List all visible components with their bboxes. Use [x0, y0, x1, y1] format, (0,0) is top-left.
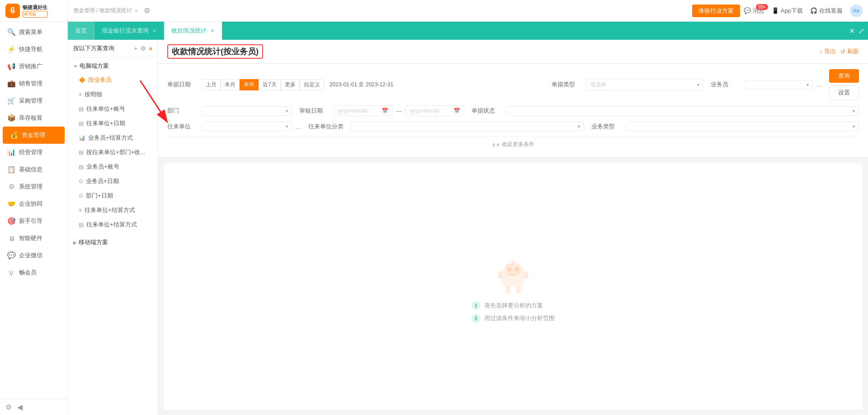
refresh-btn[interactable]: ↺ 刷新 — [840, 47, 859, 56]
business-type-select[interactable]: ▾ — [626, 122, 859, 131]
date-tab-more[interactable]: 更多 — [281, 79, 300, 90]
sidebar-settings-btn[interactable]: ⚙ — [5, 403, 12, 411]
date-tab-7days[interactable]: 近7天 — [259, 79, 281, 90]
scheme-item-unit-settlement1[interactable]: ≡ 往来单位+结算方式 — [68, 203, 158, 217]
date-tab-this-month[interactable]: 本月 — [221, 79, 240, 90]
user-avatar: Rit — [850, 5, 863, 17]
scheme-item-by-detail[interactable]: ≡ 按明细 — [68, 87, 158, 102]
review-date-start[interactable]: yyyy-mm-dd 📅 — [334, 105, 392, 116]
date-label: 单据日期 — [167, 80, 194, 89]
topbar-right: 💬 消息 99+ 📱 App下载 🎧 在线客服 Rit — [744, 5, 863, 17]
logo-text-area: 畅捷通好生 标准版 — [23, 4, 47, 18]
date-tab-this-year[interactable]: 本年 — [240, 79, 259, 90]
tab-collection-stats-close[interactable]: ✕ — [210, 28, 214, 34]
sidebar-item-system[interactable]: ⚙ 系统管理 — [0, 178, 67, 195]
topbar-gear-icon[interactable]: ⚙ — [144, 6, 150, 15]
app-download-btn[interactable]: 📱 App下载 — [772, 7, 803, 15]
sidebar-item-smart-hw[interactable]: 🖥 智能硬件 — [0, 230, 67, 247]
sidebar-item-finance[interactable]: 💰 资金管理 — [3, 127, 65, 144]
tab-bank-flow-close[interactable]: ✕ — [152, 28, 156, 34]
salesman-select[interactable]: ▾ — [745, 80, 813, 90]
logo-icon: 6 — [5, 4, 20, 18]
messages-btn[interactable]: 💬 消息 99+ — [744, 7, 764, 15]
collapse-bar[interactable]: ∧∧ 收起更多条件 — [167, 137, 859, 152]
tab-close-all-icon[interactable]: ✕ — [849, 27, 855, 35]
review-date-label: 审核日期 — [299, 107, 326, 115]
breadcrumb-expand-icon[interactable]: ▾ — [135, 8, 137, 14]
tabbar-right: ✕ ⤢ — [849, 27, 868, 35]
scheme-item-salesman-date[interactable]: ⊙ 业务员+日期 — [68, 174, 158, 189]
sidebar: 6 畅捷通好生 标准版 🔍 搜索菜单 ⚡ 快捷导航 📢 营销推广 💼 销售 — [0, 0, 68, 415]
refresh-icon: ↺ — [840, 48, 845, 55]
counterpart-control: ▾ ... — [202, 122, 301, 131]
sidebar-item-enterprise[interactable]: 🤝 企业协同 — [0, 195, 67, 212]
trial-btn[interactable]: 体验行业方案 — [692, 5, 740, 17]
sidebar-item-search-menu[interactable]: 🔍 搜索菜单 — [0, 24, 67, 41]
counterpart-more-btn[interactable]: ... — [296, 123, 301, 130]
scheme-item-orange-icon: 🔶 — [79, 77, 85, 83]
scheme-section-desktop-header[interactable]: ▼ 电脑端方案 — [68, 59, 158, 73]
search-menu-icon: 🔍 — [7, 28, 15, 36]
scheme-item-unit-settlement2[interactable]: ▤ 往来单位+结算方式 — [68, 217, 158, 232]
scheme-settings-btn[interactable]: ⚙ — [140, 45, 146, 52]
sidebar-item-member[interactable]: V 畅会员 — [0, 264, 67, 281]
tab-expand-icon[interactable]: ⤢ — [859, 27, 864, 35]
scheme-add-btn[interactable]: + — [134, 45, 137, 52]
scheme-item-by-salesman[interactable]: 🔶 按业务员 — [68, 73, 158, 87]
query-btn[interactable]: 查询 — [829, 69, 859, 83]
salesman-more-btn[interactable]: ... — [816, 81, 822, 88]
counterpart-type-select[interactable]: ▾ — [351, 122, 584, 131]
review-date-end[interactable]: yyyy-mm-dd 📅 — [406, 105, 464, 116]
sidebar-collapse-btn[interactable]: ◀‍ — [17, 403, 23, 411]
sidebar-item-marketing[interactable]: 📢 营销推广 — [0, 58, 67, 75]
sidebar-item-quick-nav[interactable]: ⚡ 快捷导航 — [0, 41, 67, 58]
tab-bank-flow[interactable]: 现金银行流水查询 ✕ — [94, 22, 164, 40]
service-icon: 🎧 — [810, 7, 817, 14]
sidebar-item-sales[interactable]: 💼 销售管理 — [0, 75, 67, 92]
sidebar-item-purchase[interactable]: 🛒 采购管理 — [0, 92, 67, 109]
scheme-item-unit-date-icon: ▤ — [79, 120, 84, 127]
tab-home[interactable]: 首页 — [68, 22, 94, 40]
sidebar-item-operations[interactable]: 📊 经营管理 — [0, 144, 67, 161]
main-content: 资金管理 / 收款情况统计 ▾ ⚙ 体验行业方案 💬 消息 99+ 📱 App下… — [68, 0, 868, 415]
scheme-collapse-btn[interactable]: « — [149, 45, 152, 52]
topbar-left: 资金管理 / 收款情况统计 ▾ ⚙ — [73, 6, 689, 15]
voucher-type-select[interactable]: 请选择 ▾ — [586, 79, 703, 91]
settings-btn[interactable]: 设置 — [829, 85, 859, 100]
date-cal-icon: 📅 — [382, 108, 388, 114]
export-btn[interactable]: ↑ 导出 — [820, 47, 836, 56]
sidebar-item-newbie[interactable]: 🎯 新手引导 — [0, 212, 67, 230]
scheme-item-unit-date[interactable]: ▤ 往来单位+日期 — [68, 116, 158, 131]
scheme-item-unit-account[interactable]: ▤ 往来单位+账号 — [68, 102, 158, 116]
sidebar-item-wechat[interactable]: 💬 企业微信 — [0, 247, 67, 264]
counterpart-select[interactable]: ▾ — [202, 122, 292, 131]
scheme-item-salesman-settlement[interactable]: 📊 业务员+结算方式 — [68, 131, 158, 145]
counterpart-type-arrow-icon: ▾ — [578, 124, 580, 129]
online-service-btn[interactable]: 🎧 在线客服 — [810, 7, 843, 15]
tab-collection-stats[interactable]: 收款情况统计 ✕ — [164, 22, 222, 40]
finance-icon: 💰 — [10, 131, 18, 139]
sidebar-footer: ⚙ ◀‍ — [0, 399, 67, 415]
dept-select[interactable]: ▾ — [202, 106, 292, 116]
sales-icon: 💼 — [7, 80, 15, 88]
svg-rect-6 — [505, 286, 510, 293]
page-actions: ↑ 导出 ↺ 刷新 — [820, 47, 859, 56]
filter-row-3: 往来单位 ▾ ... 往来单位分类 ▾ — [167, 122, 859, 131]
scheme-item-unit-dept[interactable]: ▤ 按往来单位+部门+收... — [68, 145, 158, 160]
sidebar-item-inventory[interactable]: 📦 库存核算 — [0, 109, 67, 127]
date-tabs: 上月 本月 本年 近7天 更多 自定义 — [202, 79, 324, 90]
svg-rect-5 — [524, 271, 528, 278]
sidebar-item-basic-info[interactable]: 📋 基础信息 — [0, 161, 67, 178]
quick-nav-icon: ⚡ — [7, 45, 15, 53]
voucher-status-select[interactable]: ▾ — [506, 106, 859, 116]
scheme-section-mobile-header[interactable]: ▶ 移动端方案 — [68, 236, 158, 249]
empty-tips: 1 请先选择要分析的方案 2 用过滤条件来缩小分析范围 — [472, 301, 555, 323]
user-area[interactable]: Rit — [850, 5, 863, 17]
scheme-item-dept-date[interactable]: ⊙ 部门+日期 — [68, 189, 158, 203]
date-tab-last-month[interactable]: 上月 — [202, 79, 221, 90]
scheme-item-salesman-account[interactable]: ▤ 业务员+账号 — [68, 160, 158, 174]
sidebar-nav: 🔍 搜索菜单 ⚡ 快捷导航 📢 营销推广 💼 销售管理 🛒 采购管理 📦 — [0, 22, 67, 399]
btn-group: 查询 设置 — [829, 69, 859, 100]
system-icon: ⚙ — [7, 183, 15, 191]
date-tab-custom[interactable]: 自定义 — [300, 79, 324, 90]
